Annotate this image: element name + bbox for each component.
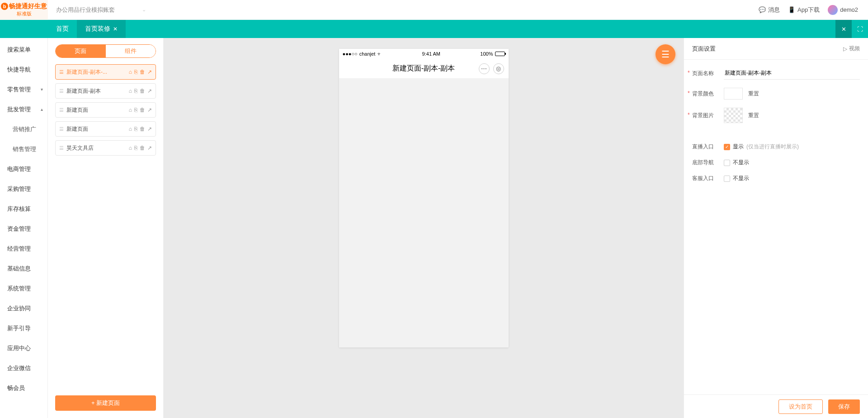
home-icon[interactable]: ⌂ xyxy=(129,69,132,75)
label-bg-image: 背景图片 xyxy=(692,112,724,119)
battery-icon xyxy=(495,52,505,56)
sidebar-item-search[interactable]: 搜索菜单 xyxy=(0,40,47,60)
copy-icon[interactable]: ⎘ xyxy=(134,69,137,75)
save-button[interactable]: 保存 xyxy=(828,399,860,414)
home-icon[interactable]: ⌂ xyxy=(129,145,132,151)
fullscreen-button[interactable]: ⛶ xyxy=(852,20,868,38)
tab-home[interactable]: 首页 xyxy=(48,20,77,38)
share-icon[interactable]: ↗ xyxy=(147,88,152,94)
live-entry-hint: (仅当进行直播时展示) xyxy=(746,143,799,151)
label-bottom-nav: 底部导航 xyxy=(692,159,724,166)
page-name-input[interactable] xyxy=(724,67,860,80)
status-time: 9:41 AM xyxy=(422,51,440,57)
copy-icon[interactable]: ⎘ xyxy=(134,107,137,113)
page-list-item[interactable]: ☰昊天文具店⌂⎘🗑↗ xyxy=(55,140,156,156)
live-entry-checkbox[interactable]: ✓ xyxy=(724,144,730,150)
sidebar-item-wechat[interactable]: 企业微信 xyxy=(0,358,47,378)
delete-icon[interactable]: 🗑 xyxy=(140,88,145,94)
capsule-close-icon[interactable]: ◎ xyxy=(493,63,504,74)
bg-color-reset[interactable]: 重置 xyxy=(748,90,759,98)
share-icon[interactable]: ↗ xyxy=(147,69,152,75)
sidebar-item-operation[interactable]: 经营管理 xyxy=(0,239,47,259)
page-item-name: 新建页面 xyxy=(66,125,126,133)
sidebar-item-marketing[interactable]: 营销推广 xyxy=(0,119,47,139)
drag-icon: ☰ xyxy=(59,89,64,94)
share-icon[interactable]: ↗ xyxy=(147,107,152,113)
share-icon[interactable]: ↗ xyxy=(147,126,152,132)
menu-icon: ☰ xyxy=(661,50,670,59)
page-item-name: 新建页面-副本 xyxy=(66,87,126,95)
tab-page-decorate[interactable]: 首页装修✕ xyxy=(77,20,126,38)
signal-icon: ●●●○○ xyxy=(343,52,358,57)
sidebar-item-quicknav[interactable]: 快捷导航 xyxy=(0,60,47,80)
home-icon[interactable]: ⌂ xyxy=(129,88,132,94)
label-bg-color: 背景颜色 xyxy=(692,90,724,98)
user-menu[interactable]: demo2 xyxy=(828,5,858,15)
drag-icon: ☰ xyxy=(59,108,64,113)
app-download-link[interactable]: 📱App下载 xyxy=(788,6,820,14)
wifi-icon: ᯤ xyxy=(377,52,382,57)
bg-color-swatch[interactable] xyxy=(724,88,743,100)
seg-component[interactable]: 组件 xyxy=(106,45,156,57)
delete-icon[interactable]: 🗑 xyxy=(140,145,145,151)
chat-icon: 💬 xyxy=(759,7,766,13)
sidebar-item-basic[interactable]: 基础信息 xyxy=(0,259,47,279)
service-entry-checkbox[interactable] xyxy=(724,176,730,182)
avatar xyxy=(828,5,838,15)
sidebar-item-system[interactable]: 系统管理 xyxy=(0,279,47,299)
bg-image-reset[interactable]: 重置 xyxy=(748,112,759,119)
drag-icon: ☰ xyxy=(59,70,64,75)
page-list-item[interactable]: ☰新建页面-副本-...⌂⎘🗑↗ xyxy=(55,64,156,80)
page-list-item[interactable]: ☰新建页面⌂⎘🗑↗ xyxy=(55,121,156,137)
top-header: b畅捷通好生意 标准版 办公用品行业模拟账套 ⌄ 💬消息 📱App下载 demo… xyxy=(0,0,868,20)
chevron-down-icon: ⌄ xyxy=(142,7,146,12)
sidebar-item-member[interactable]: 畅会员 xyxy=(0,378,47,398)
sidebar-item-funds[interactable]: 资金管理 xyxy=(0,219,47,239)
settings-title: 页面设置 xyxy=(692,45,716,53)
sidebar-item-retail[interactable]: 零售管理▾ xyxy=(0,80,47,100)
settings-panel: 页面设置 ▷视频 页面名称 背景颜色重置 背景图片重置 直播入口✓显示(仅当进行… xyxy=(684,38,868,418)
page-list-panel: 页面 组件 ☰新建页面-副本-...⌂⎘🗑↗☰新建页面-副本⌂⎘🗑↗☰新建页面⌂… xyxy=(48,38,164,418)
new-page-button[interactable]: + 新建页面 xyxy=(55,395,156,411)
sidebar-item-collab[interactable]: 企业协同 xyxy=(0,299,47,318)
page-item-name: 新建页面 xyxy=(66,106,126,114)
caret-down-icon: ▾ xyxy=(41,87,43,92)
sidebar-item-apps[interactable]: 应用中心 xyxy=(0,338,47,358)
bottom-nav-checkbox[interactable] xyxy=(724,160,730,166)
delete-icon[interactable]: 🗑 xyxy=(140,69,145,75)
logo: b畅捷通好生意 标准版 xyxy=(0,0,48,20)
share-icon[interactable]: ↗ xyxy=(147,145,152,151)
bg-image-swatch[interactable] xyxy=(724,108,743,123)
copy-icon[interactable]: ⎘ xyxy=(134,145,137,151)
delete-icon[interactable]: 🗑 xyxy=(140,107,145,113)
sidebar-item-inventory[interactable]: 库存核算 xyxy=(0,199,47,219)
sidebar-item-sales[interactable]: 销售管理 xyxy=(0,139,47,159)
tab-close-button[interactable]: ✕ xyxy=(835,20,852,38)
delete-icon[interactable]: 🗑 xyxy=(140,126,145,132)
phone-titlebar: 新建页面-副本-副本 ⋯ ◎ xyxy=(339,59,509,79)
page-list-item[interactable]: ☰新建页面-副本⌂⎘🗑↗ xyxy=(55,83,156,99)
status-bar: ●●●○○chanjetᯤ 9:41 AM 100% xyxy=(339,49,509,59)
sidebar-item-wholesale[interactable]: 批发管理▴ xyxy=(0,100,47,119)
label-page-name: 页面名称 xyxy=(692,70,724,77)
label-service-entry: 客服入口 xyxy=(692,175,724,182)
copy-icon[interactable]: ⎘ xyxy=(134,88,137,94)
close-icon[interactable]: ✕ xyxy=(113,26,118,32)
messages-link[interactable]: 💬消息 xyxy=(759,6,780,14)
drag-icon: ☰ xyxy=(59,127,64,132)
sidebar-item-guide[interactable]: 新手引导 xyxy=(0,318,47,338)
copy-icon[interactable]: ⎘ xyxy=(134,126,137,132)
set-home-button[interactable]: 设为首页 xyxy=(778,399,823,414)
sidebar-item-purchase[interactable]: 采购管理 xyxy=(0,179,47,199)
components-fab[interactable]: ☰ xyxy=(656,44,675,64)
capsule-menu-icon[interactable]: ⋯ xyxy=(479,63,490,74)
home-icon[interactable]: ⌂ xyxy=(129,126,132,132)
phone-icon: 📱 xyxy=(788,7,795,13)
account-selector[interactable]: 办公用品行业模拟账套 ⌄ xyxy=(56,6,146,14)
video-link[interactable]: ▷视频 xyxy=(843,45,860,52)
caret-up-icon: ▴ xyxy=(41,107,43,112)
seg-page[interactable]: 页面 xyxy=(56,45,106,57)
home-icon[interactable]: ⌂ xyxy=(129,107,132,113)
sidebar-item-ecommerce[interactable]: 电商管理 xyxy=(0,159,47,179)
page-list-item[interactable]: ☰新建页面⌂⎘🗑↗ xyxy=(55,102,156,118)
